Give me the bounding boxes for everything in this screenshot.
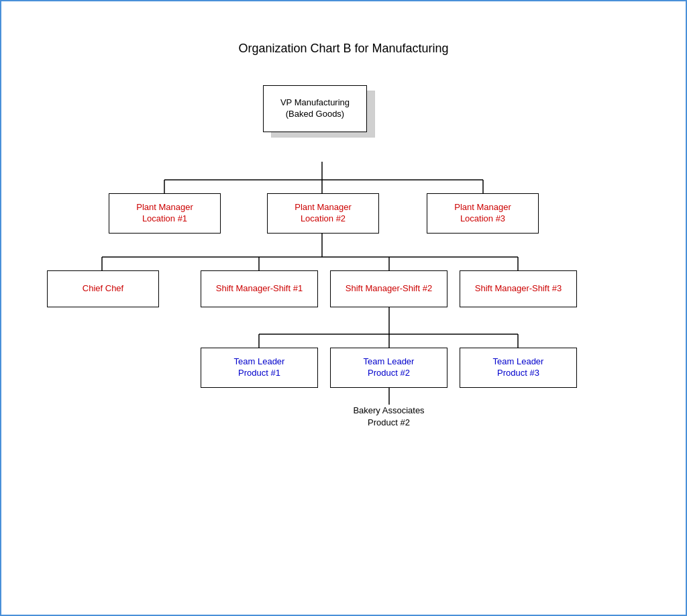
pm1-label: Plant Manager Location #1 <box>136 202 193 225</box>
tl3-label: Team Leader Product #3 <box>493 356 544 379</box>
sm3-box: Shift Manager-Shift #3 <box>460 270 577 307</box>
sm2-label: Shift Manager-Shift #2 <box>346 283 432 295</box>
vp-box: VP Manufacturing (Baked Goods) <box>263 85 367 132</box>
chart-container: VP Manufacturing (Baked Goods) Plant Man… <box>1 76 686 611</box>
sm3-label: Shift Manager-Shift #3 <box>475 283 562 295</box>
pm3-label: Plant Manager Location #3 <box>454 202 511 225</box>
pm2-box: Plant Manager Location #2 <box>267 193 379 234</box>
tl1-box: Team Leader Product #1 <box>201 348 318 388</box>
cc-label: Chief Chef <box>83 283 123 295</box>
sm1-label: Shift Manager-Shift #1 <box>216 283 303 295</box>
ba-label: Bakery AssociatesProduct #2 <box>330 405 447 429</box>
tl2-box: Team Leader Product #2 <box>330 348 447 388</box>
pm2-label: Plant Manager Location #2 <box>295 202 352 225</box>
sm1-box: Shift Manager-Shift #1 <box>201 270 318 307</box>
tl2-label: Team Leader Product #2 <box>364 356 415 379</box>
pm3-box: Plant Manager Location #3 <box>427 193 539 234</box>
sm2-box: Shift Manager-Shift #2 <box>330 270 447 307</box>
chart-title: Organization Chart B for Manufacturing <box>1 1 686 76</box>
connector-lines <box>1 76 686 611</box>
pm1-box: Plant Manager Location #1 <box>109 193 221 234</box>
tl1-label: Team Leader Product #1 <box>234 356 285 379</box>
tl3-box: Team Leader Product #3 <box>460 348 577 388</box>
cc-box: Chief Chef <box>47 270 159 307</box>
page: Organization Chart B for Manufacturing <box>0 0 687 616</box>
vp-label: VP Manufacturing (Baked Goods) <box>280 97 350 120</box>
